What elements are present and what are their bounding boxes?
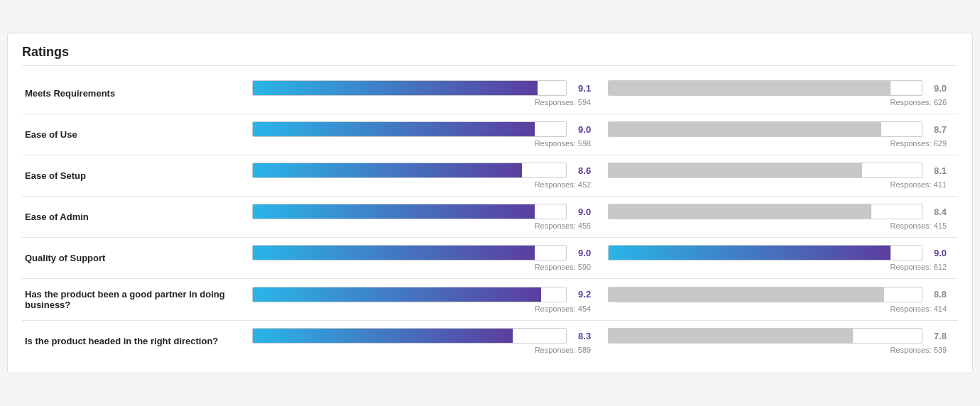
primary-responses: Responses: 455 (252, 221, 591, 230)
primary-score: 9.2 (571, 289, 591, 300)
primary-bar-cell: 9.0 Responses: 590 (246, 238, 602, 279)
secondary-bar-cell: 8.7 Responses: 629 (602, 114, 958, 155)
bar-wrapper: 9.0 (252, 245, 591, 260)
secondary-bar-container (608, 80, 922, 96)
secondary-responses: Responses: 539 (608, 346, 947, 354)
primary-bar-fill (253, 122, 535, 136)
row-label: Quality of Support (22, 238, 246, 279)
row-label: Ease of Use (22, 114, 246, 155)
primary-responses: Responses: 594 (252, 98, 591, 106)
secondary-bar-fill (609, 329, 853, 343)
primary-bar-container (252, 121, 567, 137)
primary-responses: Responses: 589 (252, 346, 591, 354)
row-label: Meets Requirements (22, 73, 246, 114)
row-label: Has the product been a good partner in d… (22, 279, 246, 321)
primary-bar-cell: 9.1 Responses: 594 (246, 73, 602, 114)
primary-score: 9.0 (571, 207, 591, 217)
table-row: Is the product headed in the right direc… (22, 321, 958, 362)
secondary-responses: Responses: 414 (608, 304, 947, 313)
primary-bar-container (252, 80, 567, 96)
primary-score: 9.0 (571, 248, 591, 258)
row-label: Ease of Setup (22, 155, 246, 197)
secondary-bar-container (608, 287, 922, 302)
secondary-score: 9.0 (927, 248, 947, 258)
row-label: Ease of Admin (22, 197, 246, 238)
secondary-score: 9.0 (927, 83, 947, 94)
secondary-score: 8.7 (927, 124, 947, 135)
secondary-bar-cell: 8.8 Responses: 414 (602, 279, 958, 321)
primary-bar-container (252, 204, 567, 219)
bar-wrapper: 9.0 (608, 245, 947, 260)
secondary-bar-container (608, 245, 922, 260)
secondary-responses: Responses: 415 (608, 221, 947, 230)
primary-bar-container (252, 287, 567, 302)
secondary-bar-fill (609, 163, 862, 177)
primary-bar-fill (253, 163, 522, 177)
primary-bar-cell: 9.0 Responses: 598 (246, 114, 602, 155)
primary-bar-fill (253, 81, 538, 95)
secondary-bar-fill (609, 246, 891, 260)
bar-wrapper: 9.1 (252, 80, 591, 96)
bar-wrapper: 9.2 (252, 287, 591, 302)
bar-wrapper: 9.0 (608, 80, 947, 96)
table-row: Ease of Use 9.0 Responses: 598 8.7 Respo… (22, 114, 958, 155)
secondary-bar-container (608, 121, 922, 137)
bar-wrapper: 8.7 (608, 121, 947, 137)
row-label: Is the product headed in the right direc… (22, 321, 246, 362)
primary-score: 8.3 (571, 331, 591, 341)
bar-wrapper: 8.3 (252, 328, 591, 344)
secondary-responses: Responses: 411 (608, 180, 947, 189)
bar-wrapper: 8.8 (608, 287, 947, 302)
primary-score: 9.1 (571, 83, 591, 94)
primary-bar-cell: 9.0 Responses: 455 (246, 197, 602, 238)
card-title: Ratings (22, 45, 958, 66)
secondary-bar-fill (609, 287, 884, 302)
secondary-bar-fill (609, 204, 871, 219)
secondary-bar-fill (609, 122, 881, 136)
primary-responses: Responses: 590 (252, 263, 591, 271)
primary-bar-fill (253, 246, 535, 260)
table-row: Ease of Setup 8.6 Responses: 452 8.1 Res… (22, 155, 958, 197)
bar-wrapper: 8.1 (608, 163, 947, 178)
primary-score: 8.6 (571, 165, 591, 176)
secondary-responses: Responses: 629 (608, 139, 947, 148)
secondary-score: 8.4 (927, 207, 947, 217)
primary-bar-container (252, 245, 567, 260)
secondary-bar-cell: 9.0 Responses: 626 (602, 73, 958, 114)
secondary-bar-container (608, 204, 922, 219)
secondary-score: 8.1 (927, 165, 947, 176)
table-row: Has the product been a good partner in d… (22, 279, 958, 321)
primary-bar-cell: 8.6 Responses: 452 (246, 155, 602, 197)
secondary-bar-cell: 8.1 Responses: 411 (602, 155, 958, 197)
bar-wrapper: 9.0 (252, 204, 591, 219)
primary-score: 9.0 (571, 124, 591, 135)
secondary-bar-cell: 9.0 Responses: 612 (602, 238, 958, 279)
bar-wrapper: 7.8 (608, 328, 947, 344)
primary-responses: Responses: 454 (252, 304, 591, 313)
table-row: Meets Requirements 9.1 Responses: 594 9.… (22, 73, 958, 114)
bar-wrapper: 8.6 (252, 163, 591, 178)
primary-bar-container (252, 163, 567, 178)
secondary-score: 7.8 (927, 331, 947, 341)
ratings-card: Ratings Meets Requirements 9.1 Responses… (7, 33, 973, 373)
ratings-table: Meets Requirements 9.1 Responses: 594 9.… (22, 73, 958, 361)
table-row: Quality of Support 9.0 Responses: 590 9.… (22, 238, 958, 279)
primary-responses: Responses: 452 (252, 180, 591, 189)
secondary-responses: Responses: 626 (608, 98, 947, 106)
secondary-bar-cell: 7.8 Responses: 539 (602, 321, 958, 362)
primary-bar-fill (253, 287, 541, 302)
primary-bar-cell: 9.2 Responses: 454 (246, 279, 602, 321)
primary-bar-fill (253, 204, 535, 219)
bar-wrapper: 9.0 (252, 121, 591, 137)
primary-bar-container (252, 328, 567, 344)
secondary-responses: Responses: 612 (608, 263, 947, 271)
secondary-bar-fill (609, 81, 891, 95)
primary-bar-fill (253, 329, 513, 343)
bar-wrapper: 8.4 (608, 204, 947, 219)
table-row: Ease of Admin 9.0 Responses: 455 8.4 Res… (22, 197, 958, 238)
secondary-bar-container (608, 163, 922, 178)
primary-bar-cell: 8.3 Responses: 589 (246, 321, 602, 362)
primary-responses: Responses: 598 (252, 139, 591, 148)
secondary-bar-cell: 8.4 Responses: 415 (602, 197, 958, 238)
secondary-bar-container (608, 328, 922, 344)
